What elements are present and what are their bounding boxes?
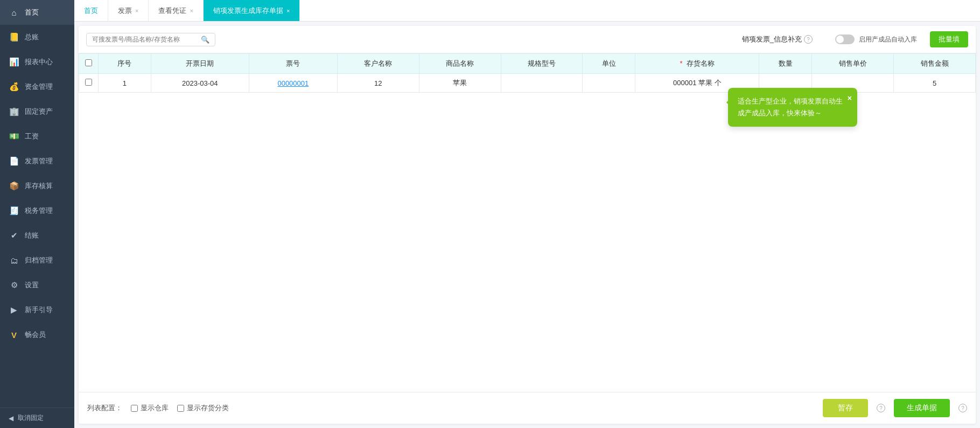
select-all-checkbox[interactable] bbox=[85, 59, 92, 66]
sidebar-item-closing[interactable]: ✔ 结账 bbox=[0, 223, 74, 248]
pin-icon: ◀ bbox=[9, 415, 13, 422]
bottom-bar: 列表配置： 显示仓库 显示存货分类 暂存 ? 生成单据 ? bbox=[79, 392, 976, 424]
sidebar-pin-button[interactable]: ◀ 取消固定 bbox=[0, 408, 74, 428]
sidebar-item-label: 设置 bbox=[25, 280, 39, 290]
th-seq: 序号 bbox=[99, 54, 151, 74]
show-category-text: 显示存货分类 bbox=[187, 403, 229, 413]
th-amount: 销售金额 bbox=[894, 54, 976, 74]
funds-icon: 💰 bbox=[9, 82, 19, 92]
cell-seq: 1 bbox=[99, 74, 151, 93]
sidebar-item-settings[interactable]: ⚙ 设置 bbox=[0, 273, 74, 298]
th-ticket-no: 票号 bbox=[249, 54, 337, 74]
tab-home-label: 首页 bbox=[84, 6, 98, 16]
tab-voucher-label: 查看凭证 bbox=[158, 6, 186, 16]
sidebar-item-label: 归档管理 bbox=[25, 256, 53, 265]
batch-fill-button[interactable]: 批量填 bbox=[930, 31, 968, 47]
cell-unit bbox=[583, 74, 635, 93]
sidebar-item-label: 资金管理 bbox=[25, 82, 53, 92]
sidebar-item-reports[interactable]: 📊 报表中心 bbox=[0, 50, 74, 74]
sidebar-item-label: 首页 bbox=[25, 8, 39, 17]
ticket-no-link[interactable]: 00000001 bbox=[277, 79, 309, 87]
th-checkbox bbox=[79, 54, 99, 74]
show-category-label[interactable]: 显示存货分类 bbox=[177, 403, 229, 413]
sidebar-item-guide[interactable]: ▶ 新手引导 bbox=[0, 298, 74, 322]
toggle-label: 启用产成品自动入库 bbox=[859, 35, 917, 44]
th-inventory: * 存货名称 bbox=[635, 54, 759, 74]
search-input[interactable] bbox=[92, 36, 198, 43]
row-checkbox[interactable] bbox=[85, 79, 92, 86]
toggle-wrap: 启用产成品自动入库 bbox=[835, 34, 917, 44]
closing-icon: ✔ bbox=[9, 231, 19, 240]
tax-icon: 🧾 bbox=[9, 206, 19, 216]
tooltip-close-button[interactable]: × bbox=[848, 92, 852, 105]
sidebar-item-label: 税务管理 bbox=[25, 206, 53, 216]
search-icon: 🔍 bbox=[201, 36, 209, 44]
th-unit: 单位 bbox=[583, 54, 635, 74]
sidebar-item-tax[interactable]: 🧾 税务管理 bbox=[0, 198, 74, 223]
sidebar-item-vip[interactable]: V 畅会员 bbox=[0, 322, 74, 347]
sidebar-item-home[interactable]: ⌂ 首页 bbox=[0, 0, 74, 25]
reports-icon: 📊 bbox=[9, 57, 19, 67]
inventory-icon: 📦 bbox=[9, 181, 19, 191]
th-open-date: 开票日期 bbox=[151, 54, 249, 74]
tab-home[interactable]: 首页 bbox=[74, 0, 108, 21]
table-header-row: 序号 开票日期 票号 客户名称 商品名称 规格型号 单位 * 存货名称 数量 销… bbox=[79, 54, 976, 74]
tooltip-text: 适合生产型企业，销项发票自动生成产成品入库，快来体验～ bbox=[738, 97, 843, 117]
main-area: 首页 发票 × 查看凭证 × 销项发票生成库存单据 × 🔍 销项发票_信息补充 … bbox=[74, 0, 980, 428]
cell-product: 苹果 bbox=[419, 74, 501, 93]
tab-cancel-invoice[interactable]: 销项发票生成库存单据 × bbox=[204, 0, 300, 21]
info-label: 销项发票_信息补充 ? bbox=[742, 34, 813, 44]
sidebar-bottom-label: 取消固定 bbox=[18, 413, 44, 423]
sidebar-item-assets[interactable]: 🏢 固定资产 bbox=[0, 99, 74, 124]
vip-icon: V bbox=[9, 330, 19, 340]
tab-voucher-close[interactable]: × bbox=[190, 8, 193, 14]
sidebar-item-label: 发票管理 bbox=[25, 156, 53, 166]
auto-warehouse-toggle[interactable] bbox=[835, 34, 855, 44]
invoice-mgmt-icon: 📄 bbox=[9, 156, 19, 166]
tab-invoice-close[interactable]: × bbox=[135, 8, 138, 14]
sidebar-item-funds[interactable]: 💰 资金管理 bbox=[0, 74, 74, 99]
tab-invoice-label: 发票 bbox=[118, 6, 132, 16]
save-help-icon[interactable]: ? bbox=[877, 404, 885, 412]
info-label-text: 销项发票_信息补充 bbox=[742, 34, 802, 44]
archive-icon: 🗂 bbox=[9, 256, 19, 265]
sidebar-item-archive[interactable]: 🗂 归档管理 bbox=[0, 248, 74, 273]
guide-icon: ▶ bbox=[9, 305, 19, 315]
sidebar-item-label: 库存核算 bbox=[25, 181, 53, 191]
assets-icon: 🏢 bbox=[9, 107, 19, 116]
sidebar-item-inventory[interactable]: 📦 库存核算 bbox=[0, 174, 74, 198]
search-box[interactable]: 🔍 bbox=[86, 33, 215, 46]
tab-cancel-invoice-close[interactable]: × bbox=[286, 8, 290, 14]
cell-ticket-no: 00000001 bbox=[249, 74, 337, 93]
data-table: 序号 开票日期 票号 客户名称 商品名称 规格型号 单位 * 存货名称 数量 销… bbox=[79, 53, 976, 93]
show-warehouse-checkbox[interactable] bbox=[131, 405, 138, 412]
sidebar-item-label: 总账 bbox=[25, 32, 39, 42]
show-warehouse-label[interactable]: 显示仓库 bbox=[131, 403, 169, 413]
payroll-icon: 💵 bbox=[9, 132, 19, 141]
sidebar-item-payroll[interactable]: 💵 工资 bbox=[0, 124, 74, 149]
cell-model bbox=[501, 74, 583, 93]
ledger-icon: 📒 bbox=[9, 32, 19, 42]
sidebar-item-ledger[interactable]: 📒 总账 bbox=[0, 25, 74, 50]
show-category-checkbox[interactable] bbox=[177, 405, 184, 412]
th-customer: 客户名称 bbox=[337, 54, 419, 74]
info-help-icon[interactable]: ? bbox=[804, 35, 813, 44]
sidebar-item-label: 工资 bbox=[25, 132, 39, 141]
tooltip-bubble: × 适合生产型企业，销项发票自动生成产成品入库，快来体验～ bbox=[728, 88, 857, 127]
tab-bar: 首页 发票 × 查看凭证 × 销项发票生成库存单据 × bbox=[74, 0, 980, 22]
tab-voucher[interactable]: 查看凭证 × bbox=[149, 0, 203, 21]
th-qty: 数量 bbox=[759, 54, 812, 74]
save-button[interactable]: 暂存 bbox=[823, 399, 868, 417]
sidebar-item-label: 新手引导 bbox=[25, 305, 53, 315]
tab-invoice[interactable]: 发票 × bbox=[108, 0, 149, 21]
th-model: 规格型号 bbox=[501, 54, 583, 74]
sidebar-item-invoice-mgmt[interactable]: 📄 发票管理 bbox=[0, 149, 74, 174]
tab-cancel-invoice-label: 销项发票生成库存单据 bbox=[213, 6, 283, 16]
sidebar: ⌂ 首页 📒 总账 📊 报表中心 💰 资金管理 🏢 固定资产 💵 工资 📄 发票… bbox=[0, 0, 74, 428]
th-product: 商品名称 bbox=[419, 54, 501, 74]
row-checkbox-cell bbox=[79, 74, 99, 93]
toolbar: 🔍 销项发票_信息补充 ? 启用产成品自动入库 批量填 bbox=[79, 26, 976, 53]
generate-help-icon[interactable]: ? bbox=[958, 404, 967, 412]
th-unit-price: 销售单价 bbox=[812, 54, 894, 74]
generate-button[interactable]: 生成单据 bbox=[894, 399, 950, 417]
